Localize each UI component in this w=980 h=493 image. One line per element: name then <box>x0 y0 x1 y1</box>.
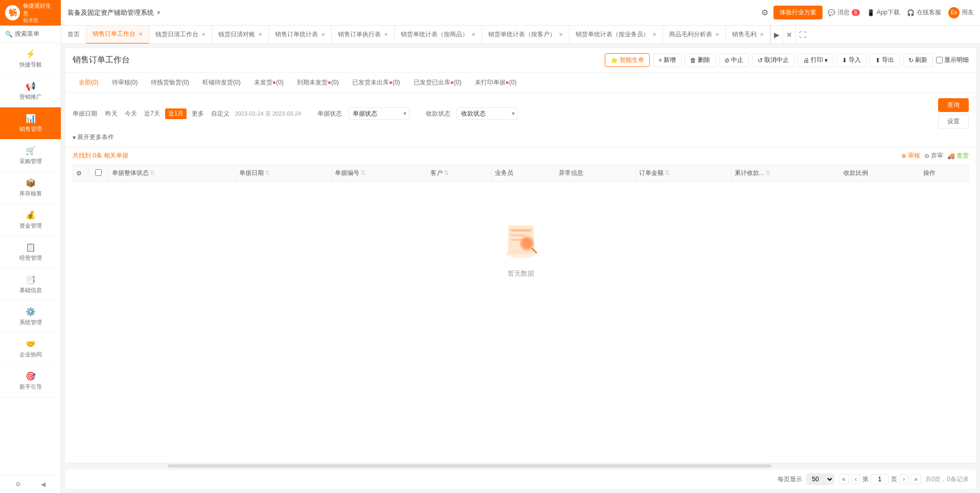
show-detail-checkbox[interactable] <box>936 57 943 63</box>
collapse-sidebar-icon[interactable]: ◀ <box>41 481 45 488</box>
date-opt-today[interactable]: 今天 <box>123 108 139 119</box>
tab-close-icon[interactable]: ✕ <box>321 32 325 37</box>
tab-close-icon[interactable]: ✕ <box>559 32 563 37</box>
th-bill-status[interactable]: 单据整体状态⇅ <box>109 165 236 182</box>
next-page-button[interactable]: › <box>899 474 908 484</box>
th-cumulative-payment[interactable]: 累计收款...⇅ <box>731 165 840 182</box>
audit-button[interactable]: ⊕ 审核 <box>901 151 920 160</box>
sub-tab-wangpu-deliver[interactable]: 旺铺待发货(0) <box>196 75 247 90</box>
tab-close-icon[interactable]: ✕ <box>258 32 262 37</box>
th-order-amount[interactable]: 订单金额⇅ <box>635 165 731 182</box>
stop-button[interactable]: ⊘ 中止 <box>719 53 749 67</box>
sidebar-item-inventory[interactable]: 📦 库存核算 <box>0 172 61 204</box>
user-menu-button[interactable]: Ea 用友 <box>948 7 974 18</box>
svg-point-6 <box>522 238 532 249</box>
refresh-button[interactable]: ↻ 刷新 <box>903 53 933 67</box>
sub-tab-pending-pick[interactable]: 待拣货验货(0) <box>145 75 195 90</box>
date-opt-more[interactable]: 更多 <box>190 108 206 119</box>
tab-close-icon[interactable]: ✕ <box>715 32 719 37</box>
tab-sales-by-product[interactable]: 销货单统计表（按商品） ✕ <box>395 26 482 44</box>
tab-maximize[interactable]: ⛶ <box>795 26 809 44</box>
app-download-button[interactable]: 📱 App下载 <box>867 8 900 17</box>
th-checkbox[interactable] <box>88 165 109 182</box>
page-number-input[interactable] <box>871 474 889 484</box>
th-bill-no[interactable]: 单据编号⇅ <box>331 165 427 182</box>
select-all-checkbox[interactable] <box>95 169 102 176</box>
th-bill-date[interactable]: 单据日期⇅ <box>236 165 331 182</box>
th-customer[interactable]: 客户⇅ <box>427 165 492 182</box>
sidebar-item-system[interactable]: ⚙️ 系统管理 <box>0 301 61 333</box>
tab-close-icon[interactable]: ✕ <box>471 32 475 37</box>
cancel-stop-button[interactable]: ↺ 取消中止 <box>752 53 794 67</box>
sidebar-item-guide[interactable]: 🎯 新手引导 <box>0 365 61 397</box>
th-payment-ratio[interactable]: 收款比例 <box>840 165 920 182</box>
settings-icon[interactable]: ⚙ <box>761 8 768 17</box>
new-button[interactable]: + 新增 <box>653 53 681 67</box>
last-page-button[interactable]: » <box>910 474 921 484</box>
date-opt-yesterday[interactable]: 昨天 <box>103 108 120 119</box>
date-opt-custom[interactable]: 自定义 <box>209 108 232 119</box>
sub-tab-shipped-out[interactable]: 已发货已出库●(0) <box>407 75 468 90</box>
sidebar-item-cooperation[interactable]: 🤝 企业协同 <box>0 333 61 365</box>
set-button[interactable]: 设置 <box>938 114 969 129</box>
tab-sales-workbench[interactable]: 销售订单工作台 ✕ <box>86 26 149 44</box>
sidebar-item-basic-info[interactable]: 📑 基础信息 <box>0 268 61 301</box>
th-salesman[interactable]: 业务员 <box>491 165 556 182</box>
dropdown-arrow-icon[interactable]: ▾ <box>157 9 161 16</box>
expand-filter-button[interactable]: ▾ 展开更多条件 <box>73 133 114 142</box>
sub-tab-all[interactable]: 全部(0) <box>73 75 105 90</box>
online-service-button[interactable]: 🎧 在线客服 <box>907 8 941 17</box>
date-opt-1month[interactable]: 近1月 <box>165 108 187 119</box>
th-exception[interactable]: 异常信息 <box>556 165 635 182</box>
industry-button[interactable]: 体验行业方案 <box>773 6 823 19</box>
scrollbar-thumb[interactable] <box>168 464 771 467</box>
sidebar-item-finance[interactable]: 💰 资金管理 <box>0 204 61 236</box>
tab-scroll-right[interactable]: ▶ <box>770 26 783 44</box>
message-button[interactable]: 💬 消息 6 <box>828 8 860 17</box>
horizontal-scrollbar[interactable] <box>65 463 976 469</box>
tab-close-icon[interactable]: ✕ <box>139 31 143 37</box>
tab-home[interactable]: 首页 <box>61 26 86 44</box>
settings-bottom-icon[interactable]: ⚙ <box>15 481 21 488</box>
tab-cash-daily[interactable]: 钱货日清工作台 ✕ <box>149 26 212 44</box>
page-size-select[interactable]: 10 20 50 100 <box>806 474 834 485</box>
tab-sales-by-salesman[interactable]: 销货单统计表（按业务员） ✕ <box>569 26 663 44</box>
tab-close-icon[interactable]: ✕ <box>760 32 764 37</box>
status-select[interactable]: 单据状态 <box>348 107 409 120</box>
print-button[interactable]: 🖨 打印 ▾ <box>797 53 833 67</box>
sub-tab-shipped-not-out[interactable]: 已发货未出库●(0) <box>346 75 406 90</box>
anti-audit-button[interactable]: ⊖ 弃审 <box>924 151 943 160</box>
sidebar-item-marketing[interactable]: 📢 营销推广 <box>0 75 61 107</box>
tab-sales-by-customer[interactable]: 销货单统计表（按客户） ✕ <box>482 26 569 44</box>
tab-sales-exec[interactable]: 销售订单执行表 ✕ <box>332 26 395 44</box>
smart-create-button[interactable]: ⭐ 智能生单 <box>605 53 650 67</box>
tab-reconciliation[interactable]: 钱货日清对账 ✕ <box>212 26 269 44</box>
sidebar-item-purchase[interactable]: 🛒 采购管理 <box>0 140 61 172</box>
sub-tab-pending-review[interactable]: 待审核(0) <box>106 75 144 90</box>
sidebar-item-quick-nav[interactable]: ⚡ 快捷导航 <box>0 43 61 75</box>
tab-sales-margin[interactable]: 销售毛利 ✕ <box>726 26 770 44</box>
export-button[interactable]: ⬆ 导出 <box>870 53 900 67</box>
tab-sales-stats[interactable]: 销售订单统计表 ✕ <box>269 26 332 44</box>
sub-tab-overdue-not-shipped[interactable]: 到期未发货●(0) <box>291 75 345 90</box>
deliver-button[interactable]: 🚚 发货 <box>947 151 969 160</box>
show-detail-checkbox-label[interactable]: 显示明细 <box>936 56 969 64</box>
sub-tab-not-printed[interactable]: 未打印单据●(0) <box>469 75 523 90</box>
sidebar-item-operations[interactable]: 📋 经营管理 <box>0 236 61 268</box>
query-button[interactable]: 查询 <box>938 98 969 112</box>
payment-select[interactable]: 收款状态 <box>457 107 518 120</box>
th-settings[interactable]: ⚙ <box>73 165 88 182</box>
delete-button[interactable]: 🗑 删除 <box>685 53 716 67</box>
tab-close-icon[interactable]: ✕ <box>201 32 206 37</box>
tab-gross-margin[interactable]: 商品毛利分析表 ✕ <box>663 26 726 44</box>
tab-close-all[interactable]: ✕ <box>783 26 795 44</box>
sidebar-item-sales[interactable]: 📊 销售管理 <box>0 107 61 140</box>
sidebar-item-search[interactable]: 🔍 搜索菜单 <box>0 26 61 43</box>
import-button[interactable]: ⬇ 导入 <box>836 53 867 67</box>
date-opt-7days[interactable]: 近7天 <box>142 108 162 119</box>
first-page-button[interactable]: « <box>838 474 849 484</box>
prev-page-button[interactable]: ‹ <box>851 474 860 484</box>
tab-close-icon[interactable]: ✕ <box>652 32 656 37</box>
sub-tab-not-shipped[interactable]: 未发货●(0) <box>248 75 290 90</box>
tab-close-icon[interactable]: ✕ <box>384 32 388 37</box>
